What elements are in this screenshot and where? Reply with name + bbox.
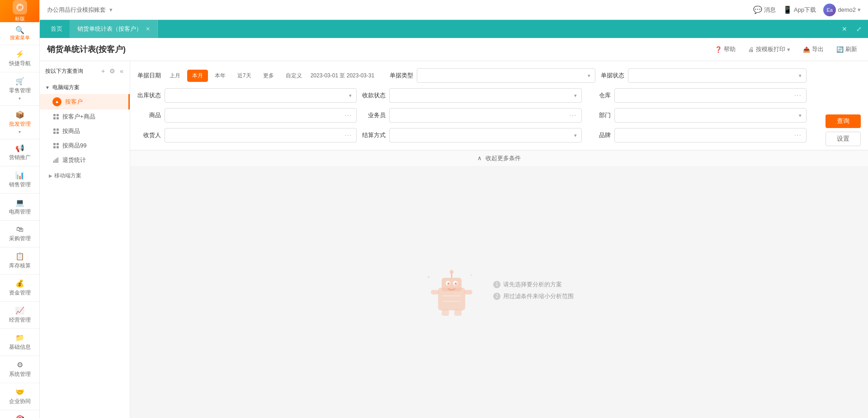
payment-status-control[interactable]: ▾ — [389, 88, 581, 103]
dept-control[interactable]: ▾ — [614, 108, 807, 123]
tree-item-by-goods[interactable]: 按商品 — [40, 124, 130, 138]
wholesale-icon: 📦 — [15, 110, 24, 119]
date-tabs: 上月 本月 本年 近7天 更多 自定义 — [165, 70, 307, 82]
doc-status-control[interactable]: ▾ — [628, 68, 807, 83]
sidebar-item-purchase[interactable]: 🛍 采购管理 — [0, 221, 39, 247]
sidebar-item-wholesale[interactable]: 📦 批发管理 ▾ — [0, 106, 39, 139]
sidebar-item-finance[interactable]: 💰 资金管理 — [0, 275, 39, 302]
sidebar-item-sales[interactable]: 📊 销售管理 — [0, 166, 39, 194]
tree-mobile-group[interactable]: ▶ 移动端方案 — [40, 169, 130, 182]
tab-bar: 首页 销货单统计表（按客户） ✕ ✕ ⤢ — [40, 20, 868, 38]
refresh-btn[interactable]: 🔄 刷新 — [833, 43, 861, 55]
sidebar-item-system[interactable]: ⚙ 系统管理 — [0, 356, 39, 383]
settle-label: 结算方式 — [362, 131, 386, 139]
sidebar-item-base[interactable]: 📁 基础信息 — [0, 329, 39, 356]
brand-control[interactable]: ··· — [614, 128, 807, 142]
user-name: demo2 — [838, 6, 856, 13]
tab-sales-stat[interactable]: 销货单统计表（按客户） ✕ — [70, 20, 158, 38]
tab-sales-stat-label: 销货单统计表（按客户） — [77, 25, 142, 33]
sidebar-item-label: 企业协同 — [9, 398, 31, 405]
goods-label: 商品 — [137, 111, 161, 119]
doc-status-arrow: ▾ — [799, 73, 802, 79]
goods-control[interactable]: ··· — [165, 108, 357, 123]
receiver-control[interactable]: ··· — [165, 128, 357, 142]
tree-item-by-customer-goods[interactable]: 按客户+商品 — [40, 109, 130, 124]
sidebar-item-label: 营销推广 — [9, 154, 31, 162]
sidebar-item-quick-nav[interactable]: ⚡ 快捷导航 — [0, 45, 39, 72]
filter-row-2: 出库状态 ▾ 收款状态 ▾ — [137, 88, 861, 103]
sidebar-item-retail[interactable]: 🛒 零售管理 ▾ — [0, 72, 39, 106]
help-btn[interactable]: ❓ 帮助 — [711, 43, 739, 55]
out-status-control[interactable]: ▾ — [165, 88, 357, 103]
tab-close-btn[interactable]: ✕ — [839, 24, 850, 34]
content-area: 销货单统计表(按客户) ❓ 帮助 🖨 按模板打印 ▾ 📤 导出 — [40, 38, 868, 418]
message-btn[interactable]: 💬 消息 — [753, 5, 776, 14]
sidebar-item-marketing[interactable]: 📢 营销推广 — [0, 139, 39, 166]
sidebar-item-inventory[interactable]: 📋 库存核算 — [0, 247, 39, 275]
sidebar-item-ecommerce[interactable]: 💻 电商管理 — [0, 194, 39, 221]
date-tab-more[interactable]: 更多 — [258, 70, 279, 82]
collab-icon: 🤝 — [15, 388, 24, 396]
empty-tip-2: 2 用过滤条件来缩小分析范围 — [493, 292, 574, 300]
sidebar-item-label: 库存核算 — [9, 262, 31, 270]
sidebar-item-search[interactable]: 🔍 搜索菜单 — [0, 22, 39, 45]
tree-item-by-customer[interactable]: ● 按客户 — [40, 94, 130, 109]
user-menu[interactable]: Ea demo2 ▾ — [823, 4, 861, 16]
date-tab-custom[interactable]: 自定义 — [281, 70, 307, 82]
export-btn[interactable]: 📤 导出 — [799, 43, 827, 55]
staff-control[interactable]: ··· — [389, 108, 581, 123]
sidebar-item-newbie[interactable]: 🎯 新手引导 — [0, 410, 39, 418]
tab-home[interactable]: 首页 — [43, 20, 70, 38]
app-download-icon: 📱 — [783, 5, 792, 14]
svg-rect-11 — [57, 143, 59, 145]
date-tab-this-month[interactable]: 本月 — [187, 70, 208, 82]
date-tab-last-month[interactable]: 上月 — [165, 70, 185, 82]
date-tab-last-7[interactable]: 近7天 — [232, 70, 256, 82]
wholesale-arrow: ▾ — [19, 129, 21, 134]
lph-add-icon[interactable]: + — [100, 66, 106, 76]
tab-maximize-btn[interactable]: ⤢ — [854, 24, 864, 34]
newbie-icon: 🎯 — [15, 415, 24, 418]
header-right: 💬 消息 📱 App下载 Ea demo2 ▾ — [753, 4, 861, 16]
tree-item-return-stats[interactable]: 退货统计 — [40, 153, 130, 167]
sidebar-item-label: 基础信息 — [9, 343, 31, 351]
receiver-group: 收货人 ··· — [137, 128, 357, 142]
base-icon: 📁 — [15, 333, 24, 342]
tab-close-icon[interactable]: ✕ — [146, 26, 150, 32]
tree-item-by-goods-99[interactable]: 按商品99 — [40, 138, 130, 153]
query-button[interactable]: 查询 — [826, 114, 861, 128]
app-download-btn[interactable]: 📱 App下载 — [783, 5, 816, 14]
sidebar-item-label: 采购管理 — [9, 235, 31, 242]
settings-button[interactable]: 设置 — [826, 132, 861, 146]
print-dropdown-icon: ▾ — [787, 46, 790, 53]
mobile-group-arrow: ▶ — [49, 173, 52, 178]
warehouse-label: 仓库 — [587, 91, 611, 100]
collapse-row[interactable]: ∧ 收起更多条件 — [130, 150, 868, 166]
app-logo[interactable]: 好 标版 — [0, 0, 40, 22]
avatar: Ea — [823, 4, 836, 16]
lph-collapse-icon[interactable]: « — [119, 66, 124, 76]
tree-desktop-group[interactable]: ▼ 电脑端方案 — [40, 81, 130, 94]
lph-settings-icon[interactable]: ⚙ — [108, 66, 116, 76]
doc-type-arrow: ▾ — [588, 73, 590, 79]
sidebar-item-label: 快捷导航 — [9, 60, 31, 67]
retail-icon: 🛒 — [15, 77, 24, 86]
svg-rect-6 — [53, 128, 56, 131]
settle-group: 结算方式 ▾ — [362, 128, 581, 142]
goods-dots: ··· — [344, 111, 352, 119]
warehouse-control[interactable]: ··· — [614, 88, 807, 103]
settle-control[interactable]: ▾ — [389, 128, 581, 142]
header-dropdown-icon[interactable]: ▾ — [109, 6, 113, 13]
page-title-row: 销货单统计表(按客户) ❓ 帮助 🖨 按模板打印 ▾ 📤 导出 — [47, 43, 861, 55]
sidebar-item-collab[interactable]: 🤝 企业协同 — [0, 383, 39, 410]
date-tab-this-year[interactable]: 本年 — [210, 70, 231, 82]
svg-rect-3 — [57, 114, 59, 116]
marketing-icon: 📢 — [15, 144, 24, 152]
sidebar-item-operations[interactable]: 📈 经营管理 — [0, 302, 39, 329]
svg-text:✦: ✦ — [427, 275, 430, 280]
doc-type-control[interactable]: ▾ — [417, 68, 595, 83]
out-status-arrow: ▾ — [349, 93, 352, 99]
print-btn[interactable]: 🖨 按模板打印 ▾ — [745, 43, 794, 55]
payment-status-group: 收款状态 ▾ — [362, 88, 581, 103]
svg-rect-8 — [53, 132, 56, 134]
